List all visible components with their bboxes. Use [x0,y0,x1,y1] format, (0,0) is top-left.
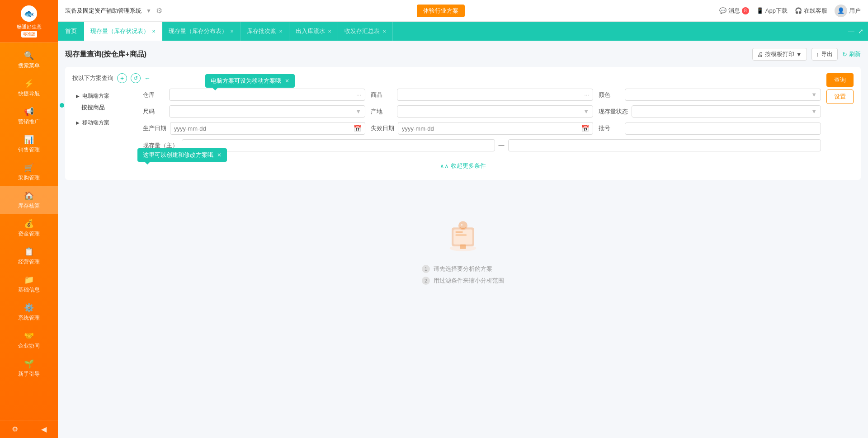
filter-add-btn[interactable]: + [117,73,127,83]
empty-illustration [440,212,486,258]
scheme-item-search[interactable]: 按搜商品 [72,102,136,113]
sidebar-item-label: 销售管理 [18,146,40,154]
filter-refresh-btn[interactable]: ↺ [131,73,141,83]
sidebar-item-search[interactable]: 🔍 搜索菜单 [0,46,58,74]
tooltip-text: 这里可以创建和修改方案哦 [143,151,213,159]
app-download-btn[interactable]: 📱 App下载 [756,7,788,15]
tab-close-icon[interactable]: ✕ [152,29,156,34]
tab-label: 收发存汇总表 [344,27,380,35]
calendar-icon-2[interactable]: 📅 [581,125,589,132]
tab-expand-btn[interactable]: ⤢ [858,28,863,35]
export-label: 导出 [821,50,833,58]
chevron-down-icon: ▼ [811,91,817,98]
size-select[interactable]: ▼ [169,105,365,118]
tab-minimize-btn[interactable]: — [848,28,854,35]
qty-separator: — [499,142,505,149]
export-btn[interactable]: ↑ 导出 [811,48,838,61]
collapse-arrow-mobile[interactable]: ▶ [76,120,80,125]
warehouse-select[interactable]: ··· [169,89,365,101]
phone-icon: 📱 [756,7,764,14]
tab-batch-account[interactable]: 库存批次账 ✕ [241,22,289,41]
color-select[interactable]: ▼ [625,89,821,101]
qty-max-input[interactable] [508,139,821,151]
sidebar-item-label: 企业协同 [18,342,40,350]
origin-select[interactable]: ▼ [397,105,593,118]
trial-btn[interactable]: 体验行业方案 [417,5,465,17]
section-label: 电脑端方案 [82,92,109,100]
filter-row-2: 尺码 ▼ 产地 ▼ [143,105,821,118]
chevron-down-icon2: ▼ [355,108,361,115]
svg-rect-3 [455,231,463,233]
sidebar-settings-btn[interactable]: ⚙ [12,425,18,433]
sidebar-item-purchase[interactable]: 🛒 采购管理 [0,158,58,186]
tab-collect-send[interactable]: 收发存汇总表 ✕ [338,22,393,41]
filter-field-size: 尺码 ▼ [143,105,365,118]
topbar-settings-btn[interactable]: ⚙ [156,6,162,15]
tab-stock-dist[interactable]: 现存量（库存分布表） ✕ [162,22,241,41]
print-btn[interactable]: 🖨 按模板打印 ▼ [752,48,807,61]
goods-select[interactable]: ··· [397,89,593,101]
topbar-left: 装备及固定资产辅助管理系统 ▼ ⚙ [65,6,162,15]
refresh-btn[interactable]: ↻ 刷新 [842,50,861,58]
tab-in-out-flow[interactable]: 出入库流水 ✕ [289,22,338,41]
tip-num-2: 2 [422,277,430,285]
sidebar-item-enterprise[interactable]: 🤝 企业协同 [0,326,58,354]
expire-date-input[interactable]: 📅 [398,122,593,135]
sidebar-item-quick[interactable]: ⚡ 快捷导航 [0,74,58,102]
tab-stock-status[interactable]: 现存量（库存状况表） ✕ [84,22,162,41]
filter-field-warehouse: 仓库 ··· [143,89,365,101]
sidebar-item-system[interactable]: ⚙️ 系统管理 [0,298,58,326]
online-support-btn[interactable]: 🎧 在线客服 [795,7,827,15]
user-avatar-btn[interactable]: 👤 用户 [835,5,861,17]
tab-close-icon[interactable]: ✕ [328,29,331,34]
query-btn[interactable]: 查询 [826,73,854,87]
empty-state: 1 请先选择要分析的方案 2 用过滤条件来缩小分析范围 [65,185,861,312]
print-label: 按模板打印 [765,50,794,58]
tab-close-icon[interactable]: ✕ [279,29,283,34]
reset-btn[interactable]: 设置 [826,89,854,104]
search-icon: 🔍 [24,51,34,61]
batch-input[interactable] [625,122,821,135]
tooltip-close-btn2[interactable]: ✕ [217,152,222,158]
scheme-section-desktop: ▶ 电脑端方案 按搜商品 [72,89,136,115]
sidebar-item-finance[interactable]: 💰 资金管理 [0,214,58,242]
topbar: 装备及固定资产辅助管理系统 ▼ ⚙ 体验行业方案 💬 消息 8 📱 App下载 … [58,0,868,22]
sidebar-item-inventory[interactable]: 🏠 库存核算 [0,186,58,214]
sidebar-item-operations[interactable]: 📋 经营管理 [0,242,58,270]
tooltip-close-btn[interactable]: ✕ [285,78,289,84]
prod-date-input[interactable]: 📅 [170,122,365,135]
tab-home[interactable]: 首页 [58,22,84,41]
sidebar-item-guide[interactable]: 🌱 新手引导 [0,354,58,382]
app-download-label: App下载 [765,7,788,15]
stock-status-select[interactable]: ▼ [632,105,821,118]
calendar-icon-1[interactable]: 📅 [354,125,361,132]
sidebar-item-marketing[interactable]: 📢 营销推广 [0,102,58,130]
svg-rect-4 [455,234,467,235]
sidebar-bottom: ⚙ ◀ [0,420,58,438]
purchase-icon: 🛒 [24,163,34,173]
filter-left-arrow[interactable]: ← [144,75,151,82]
dots-icon: ··· [356,91,361,98]
page-header: 现存量查询(按仓库+商品) 🖨 按模板打印 ▼ ↑ 导出 ↻ 刷新 [65,48,861,61]
tooltip-create-scheme: 这里可以创建和修改方案哦 ✕ [137,148,227,162]
scheme-panel: ▶ 电脑端方案 按搜商品 ▶ 移动端方案 [72,89,136,153]
sales-icon: 📊 [24,135,34,145]
page-actions: 🖨 按模板打印 ▼ ↑ 导出 ↻ 刷新 [752,48,861,61]
tabbar: 首页 现存量（库存状况表） ✕ 现存量（库存分布表） ✕ 库存批次账 ✕ 出入库… [58,22,868,41]
tab-close-icon[interactable]: ✕ [230,29,234,34]
export-icon: ↑ [816,51,820,58]
guide-icon: 🌱 [24,359,34,369]
tooltip-scheme: 电脑方案可设为移动方案哦 ✕ [205,74,295,88]
sidebar-collapse-btn[interactable]: ◀ [41,425,47,433]
system-dropdown-btn[interactable]: ▼ [146,8,151,14]
qty-min-input[interactable] [182,139,495,151]
expire-date-field[interactable] [402,125,581,132]
message-btn[interactable]: 💬 消息 8 [719,7,749,15]
prod-date-field[interactable] [174,125,354,132]
sidebar-item-sales[interactable]: 📊 销售管理 [0,130,58,158]
sidebar-item-label: 库存核算 [18,202,40,210]
tab-close-icon[interactable]: ✕ [382,29,386,34]
collapse-arrow[interactable]: ▶ [76,94,80,99]
sidebar-item-base[interactable]: 📁 基础信息 [0,270,58,298]
filter-field-color: 颜色 ▼ [599,89,821,101]
